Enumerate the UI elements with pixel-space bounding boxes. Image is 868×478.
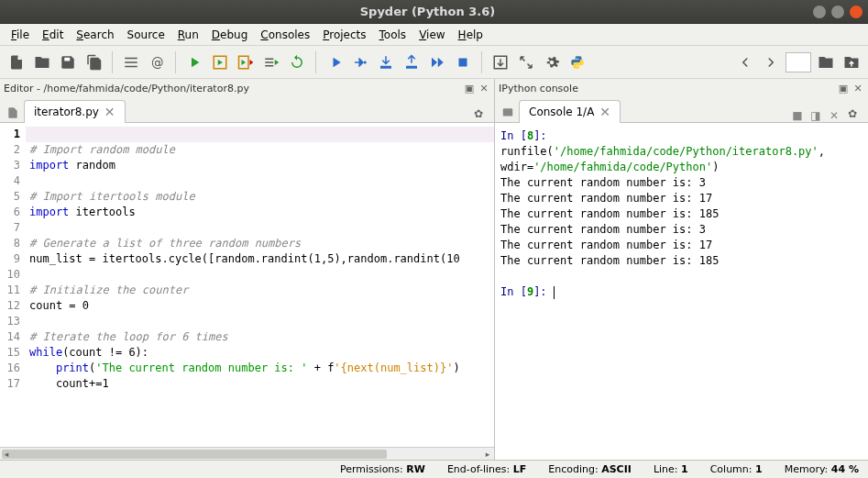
- svg-point-9: [575, 57, 577, 59]
- menu-debug[interactable]: Debug: [206, 27, 253, 43]
- window-title: Spyder (Python 3.6): [42, 5, 813, 18]
- run-icon[interactable]: [183, 51, 205, 73]
- editor-pane-title: Editor - /home/fahmida/code/Python/itera…: [4, 83, 463, 94]
- debug-step-in-icon[interactable]: [375, 51, 397, 73]
- statusbar: Permissions: RW End-of-lines: LF Encodin…: [0, 460, 868, 478]
- debug-step-icon[interactable]: [349, 51, 371, 73]
- svg-text:@: @: [151, 54, 164, 69]
- debug-play-icon[interactable]: [324, 51, 346, 73]
- console-tab[interactable]: Console 1/A ✕: [519, 100, 621, 123]
- menubar: FileEditSearchSourceRunDebugConsolesProj…: [0, 24, 868, 46]
- svg-point-10: [579, 66, 581, 68]
- console-remove-icon[interactable]: ✕: [828, 109, 841, 122]
- tab-close-icon[interactable]: ✕: [104, 105, 115, 119]
- console-tab-label: Console 1/A: [529, 106, 594, 118]
- debug-continue-icon[interactable]: [426, 51, 448, 73]
- window-controls: [813, 6, 863, 18]
- titlebar: Spyder (Python 3.6): [0, 0, 868, 24]
- editor-tab[interactable]: iterator8.py ✕: [24, 100, 126, 123]
- horizontal-scrollbar[interactable]: ◂ ▸: [0, 447, 494, 460]
- pane-undock-icon[interactable]: ▣: [463, 82, 476, 94]
- svg-rect-7: [459, 58, 467, 66]
- at-icon[interactable]: @: [146, 51, 168, 73]
- save-icon[interactable]: [57, 51, 79, 73]
- pane-close-icon[interactable]: ✕: [478, 82, 490, 94]
- maximize-button[interactable]: [831, 6, 844, 18]
- menu-source[interactable]: Source: [122, 27, 170, 43]
- code-editor[interactable]: 1234567891011121314151617 # Import rando…: [0, 123, 494, 447]
- debug-stop-icon[interactable]: [452, 51, 474, 73]
- menu-projects[interactable]: Projects: [317, 27, 371, 43]
- parent-dir-icon[interactable]: [841, 51, 863, 73]
- rerun-icon[interactable]: [286, 51, 308, 73]
- open-file-icon[interactable]: [31, 51, 53, 73]
- browse-dir-icon[interactable]: [815, 51, 837, 73]
- run-cell-advance-icon[interactable]: [235, 51, 257, 73]
- save-all-icon[interactable]: [82, 51, 104, 73]
- console-options-icon[interactable]: ✿: [844, 106, 861, 122]
- tab-close-icon[interactable]: ✕: [599, 105, 610, 119]
- run-selection-icon[interactable]: [260, 51, 282, 73]
- svg-rect-11: [503, 108, 513, 116]
- svg-point-4: [364, 61, 367, 63]
- console-clear-icon[interactable]: ◨: [809, 109, 822, 122]
- menu-help[interactable]: Help: [453, 27, 489, 43]
- pane-close-icon[interactable]: ✕: [852, 82, 864, 94]
- debug-step-out-icon[interactable]: [401, 51, 423, 73]
- pane-undock-icon[interactable]: ▣: [837, 82, 850, 94]
- list-icon[interactable]: [120, 51, 142, 73]
- menu-run[interactable]: Run: [172, 27, 204, 43]
- menu-edit[interactable]: Edit: [37, 27, 69, 43]
- import-icon[interactable]: [489, 51, 511, 73]
- preferences-icon[interactable]: [541, 51, 563, 73]
- menu-file[interactable]: File: [5, 27, 35, 43]
- svg-rect-5: [380, 65, 391, 68]
- forward-icon[interactable]: [760, 51, 782, 73]
- console-stop-icon[interactable]: ■: [791, 109, 804, 122]
- console-pane: IPython console ▣ ✕ Console 1/A ✕ ■ ◨ ✕ …: [495, 79, 868, 460]
- console-pane-title: IPython console: [499, 83, 837, 94]
- console-switcher-icon[interactable]: [499, 104, 517, 122]
- editor-options-icon[interactable]: ✿: [470, 106, 487, 122]
- menu-search[interactable]: Search: [71, 27, 119, 43]
- svg-rect-0: [64, 57, 70, 61]
- minimize-button[interactable]: [813, 6, 826, 18]
- back-icon[interactable]: [734, 51, 756, 73]
- working-dir-combo[interactable]: [786, 52, 811, 72]
- maximize-pane-icon[interactable]: [515, 51, 537, 73]
- run-cell-icon[interactable]: [209, 51, 231, 73]
- menu-tools[interactable]: Tools: [374, 27, 412, 43]
- menu-view[interactable]: View: [413, 27, 450, 43]
- menu-consoles[interactable]: Consoles: [255, 27, 315, 43]
- svg-rect-6: [406, 65, 417, 68]
- toolbar: @: [0, 46, 868, 79]
- editor-tab-label: iterator8.py: [34, 106, 99, 118]
- new-file-icon[interactable]: [5, 51, 27, 73]
- close-button[interactable]: [850, 6, 863, 18]
- ipython-console[interactable]: In [8]: runfile('/home/fahmida/code/Pyth…: [495, 123, 868, 460]
- python-icon[interactable]: [566, 51, 588, 73]
- file-switcher-icon[interactable]: [4, 104, 22, 122]
- editor-pane: Editor - /home/fahmida/code/Python/itera…: [0, 79, 495, 460]
